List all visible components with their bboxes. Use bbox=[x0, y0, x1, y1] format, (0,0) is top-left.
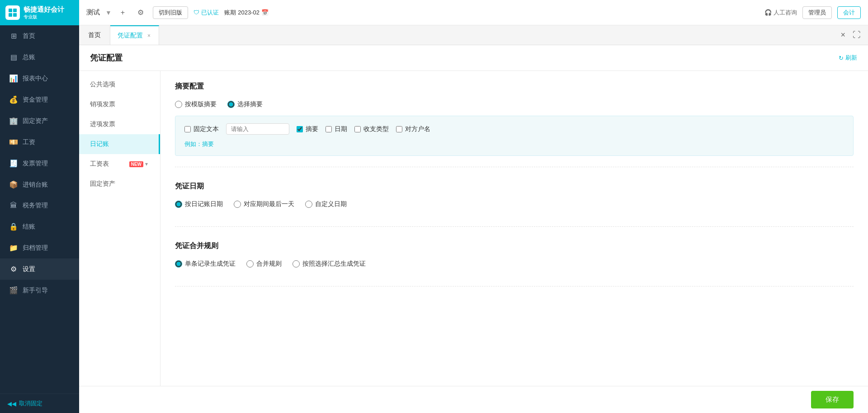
company-dropdown-icon[interactable]: ▼ bbox=[105, 9, 112, 16]
merge-rule-radio[interactable] bbox=[246, 260, 254, 268]
fixed-text-input[interactable] bbox=[226, 123, 289, 135]
date-last-day-radio[interactable] bbox=[234, 201, 241, 208]
merge-by-select-radio[interactable] bbox=[292, 260, 300, 268]
calendar-icon[interactable]: 📅 bbox=[261, 9, 269, 16]
sidebar-item-label: 总账 bbox=[23, 53, 35, 61]
refresh-button[interactable]: ↻ 刷新 bbox=[839, 54, 857, 69]
expand-panel-button[interactable]: ⛶ bbox=[851, 28, 863, 42]
invoices-icon: 🧾 bbox=[9, 159, 18, 168]
tab-home[interactable]: 首页 bbox=[79, 25, 110, 45]
sidebar-item-ledger[interactable]: ▤ 总账 bbox=[0, 47, 79, 68]
sidebar-item-assets[interactable]: 🏢 固定资产 bbox=[0, 110, 79, 131]
content-area: 凭证配置 ↻ 刷新 公共选项 销项发票 进项发票 bbox=[79, 45, 868, 413]
summary-config-row: 固定文本 摘要 日期 bbox=[184, 123, 844, 135]
sidebar-item-archive[interactable]: 📁 归档管理 bbox=[0, 237, 79, 258]
admin-button[interactable]: 管理员 bbox=[802, 6, 832, 19]
merge-section: 凭证合并规则 单条记录生成凭证 合并规则 bbox=[175, 241, 854, 286]
summary-option[interactable]: 摘要 bbox=[297, 125, 318, 133]
merge-rule-option[interactable]: 合并规则 bbox=[246, 260, 282, 268]
date-last-day-option[interactable]: 对应期间最后一天 bbox=[234, 200, 294, 208]
assets-icon: 🏢 bbox=[9, 117, 18, 125]
switch-version-button[interactable]: 切到旧版 bbox=[153, 6, 188, 19]
fixed-text-label: 固定文本 bbox=[193, 125, 219, 133]
add-button[interactable]: + bbox=[117, 7, 128, 19]
logo-icon bbox=[5, 5, 20, 20]
sidebar-item-label: 新手引导 bbox=[23, 286, 48, 295]
account-button[interactable]: 会计 bbox=[837, 6, 861, 19]
nav-item-payroll[interactable]: 工资表 NEW ▾ bbox=[79, 154, 160, 174]
date-checkbox[interactable] bbox=[326, 126, 332, 132]
sidebar-item-invoices[interactable]: 🧾 发票管理 bbox=[0, 153, 79, 174]
date-title: 凭证日期 bbox=[175, 182, 854, 191]
reports-icon: 📊 bbox=[9, 74, 18, 83]
left-nav: 公共选项 销项发票 进项发票 日记账 工资表 bbox=[79, 71, 160, 413]
new-badge: NEW bbox=[129, 161, 143, 167]
merge-single-radio[interactable] bbox=[175, 260, 182, 268]
funds-icon: 💰 bbox=[9, 95, 18, 104]
sidebar-item-reports[interactable]: 📊 报表中心 bbox=[0, 68, 79, 89]
sidebar-item-label: 首页 bbox=[23, 32, 35, 40]
nav-item-sales-label: 销项发票 bbox=[90, 100, 115, 108]
home-icon: ⊞ bbox=[9, 32, 18, 40]
sidebar-item-close-accounts[interactable]: 🔒 结账 bbox=[0, 216, 79, 237]
nav-item-purchase[interactable]: 进项发票 bbox=[79, 114, 160, 134]
tab-close-button[interactable]: × bbox=[146, 32, 151, 40]
merge-single-option[interactable]: 单条记录生成凭证 bbox=[175, 260, 236, 268]
merge-by-select-option[interactable]: 按照选择汇总生成凭证 bbox=[292, 260, 366, 268]
date-last-day-label: 对应期间最后一天 bbox=[244, 200, 294, 208]
nav-item-assets[interactable]: 固定资产 bbox=[79, 174, 160, 194]
sidebar-item-label: 资金管理 bbox=[23, 96, 48, 104]
date-option[interactable]: 日期 bbox=[326, 125, 347, 133]
nav-item-assets-label: 固定资产 bbox=[90, 180, 115, 187]
fixed-text-checkbox[interactable] bbox=[184, 126, 191, 132]
sidebar-item-label: 税务管理 bbox=[23, 202, 48, 210]
date-custom-option[interactable]: 自定义日期 bbox=[305, 200, 347, 208]
period-display: 账期 2023-02 📅 bbox=[224, 9, 269, 17]
summary-config-box: 固定文本 摘要 日期 bbox=[175, 116, 854, 156]
service-button[interactable]: 🎧 人工咨询 bbox=[764, 9, 797, 17]
summary-select-radio[interactable] bbox=[227, 101, 235, 108]
date-radio-group: 按日记账日期 对应期间最后一天 自定义日期 bbox=[175, 200, 854, 208]
sidebar: 畅捷通好会计 专业版 ⊞ 首页 ▤ 总账 📊 报表中心 💰 资金管理 🏢 固定资… bbox=[0, 0, 79, 413]
pay-type-checkbox[interactable] bbox=[354, 126, 361, 132]
save-button[interactable]: 保存 bbox=[811, 391, 854, 408]
date-custom-radio[interactable] bbox=[305, 201, 312, 208]
sidebar-item-label: 报表中心 bbox=[23, 75, 48, 83]
nav-item-public[interactable]: 公共选项 bbox=[79, 75, 160, 94]
merge-by-select-label: 按照选择汇总生成凭证 bbox=[302, 260, 366, 268]
unpin-button[interactable]: ◀◀ 取消固定 bbox=[0, 394, 79, 413]
sidebar-item-guide[interactable]: 🎬 新手引导 bbox=[0, 280, 79, 301]
sidebar-item-payroll[interactable]: 💴 工资 bbox=[0, 131, 79, 153]
date-by-date-radio[interactable] bbox=[175, 201, 182, 208]
fixed-text-option[interactable]: 固定文本 bbox=[184, 125, 219, 133]
nav-item-payroll-row: 工资表 NEW ▾ bbox=[90, 160, 148, 168]
sidebar-item-home[interactable]: ⊞ 首页 bbox=[0, 25, 79, 47]
sidebar-item-tax[interactable]: 🏛 税务管理 bbox=[0, 195, 79, 216]
date-by-date-label: 按日记账日期 bbox=[185, 200, 223, 208]
summary-checkbox[interactable] bbox=[297, 126, 303, 132]
summary-template-option[interactable]: 按模版摘要 bbox=[175, 100, 217, 108]
tab-home-label: 首页 bbox=[88, 31, 101, 39]
summary-label: 摘要 bbox=[306, 125, 318, 133]
summary-select-option[interactable]: 选择摘要 bbox=[227, 100, 263, 108]
example-text: 例如：摘要 bbox=[184, 141, 214, 147]
counterpart-checkbox[interactable] bbox=[396, 126, 402, 132]
sidebar-item-label: 结账 bbox=[23, 223, 35, 231]
close-panel-button[interactable]: × bbox=[839, 28, 847, 42]
nav-item-sales[interactable]: 销项发票 bbox=[79, 94, 160, 114]
sidebar-item-purchases[interactable]: 📦 进销台账 bbox=[0, 174, 79, 195]
tab-voucher-config[interactable]: 凭证配置 × bbox=[110, 25, 159, 45]
svg-rect-2 bbox=[9, 13, 12, 17]
counterpart-option[interactable]: 对方户名 bbox=[396, 125, 430, 133]
date-by-date-option[interactable]: 按日记账日期 bbox=[175, 200, 223, 208]
nav-item-journal[interactable]: 日记账 bbox=[79, 134, 160, 154]
summary-template-radio[interactable] bbox=[175, 101, 182, 108]
sidebar-item-label: 归档管理 bbox=[23, 244, 48, 252]
archive-icon: 📁 bbox=[9, 244, 18, 252]
tabbar: 首页 凭证配置 × × ⛶ bbox=[79, 25, 868, 45]
sidebar-item-settings[interactable]: ⚙ 设置 bbox=[0, 258, 79, 280]
settings-button[interactable]: ⚙ bbox=[134, 6, 147, 19]
tax-icon: 🏛 bbox=[9, 202, 18, 210]
sidebar-item-funds[interactable]: 💰 资金管理 bbox=[0, 89, 79, 110]
pay-type-option[interactable]: 收支类型 bbox=[354, 125, 389, 133]
